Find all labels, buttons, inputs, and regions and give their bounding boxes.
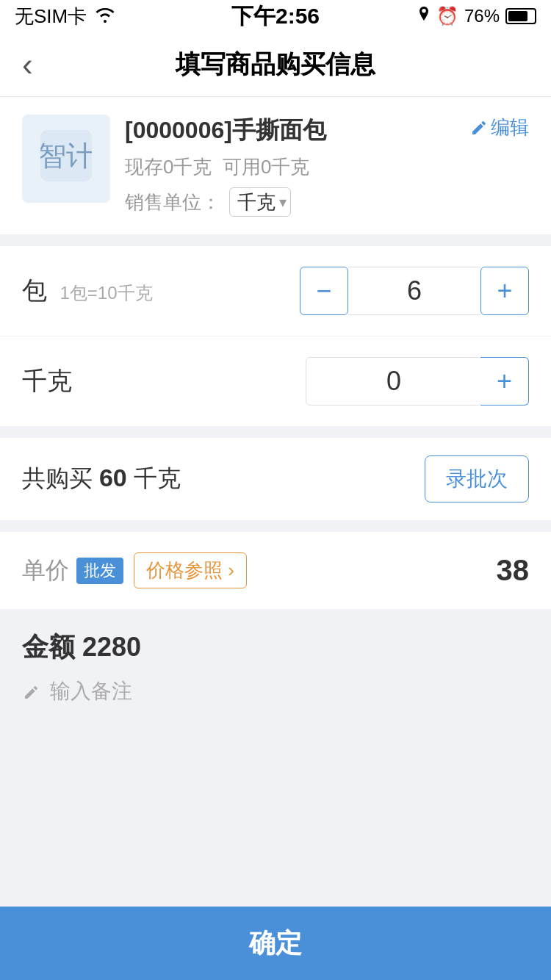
remark-row[interactable]: 输入备注	[22, 677, 529, 705]
battery-percent: 76%	[464, 6, 500, 26]
kg-qty-control[interactable]: +	[306, 357, 529, 406]
location-icon	[417, 6, 431, 26]
edit-button[interactable]: 编辑	[470, 115, 529, 140]
svg-text:智计: 智计	[40, 140, 92, 171]
product-thumbnail: 智计	[22, 115, 110, 203]
pencil-icon	[22, 681, 43, 702]
kg-qty-row: 千克 +	[0, 336, 551, 426]
back-button[interactable]: ‹	[22, 48, 33, 81]
wifi-icon	[94, 5, 116, 28]
status-bar: 无SIM卡 下午2:56 ⏰ 76%	[0, 0, 551, 32]
product-edit-area: 编辑	[470, 115, 529, 140]
price-tag: 批发	[76, 558, 123, 584]
bag-qty-input[interactable]	[348, 267, 480, 315]
remark-placeholder: 输入备注	[50, 677, 132, 705]
total-section: 共购买 60 千克 录批次	[0, 438, 551, 520]
product-logo: 智计	[40, 130, 92, 187]
product-card: 智计 [0000006]手撕面包 现存0千克 可用0千克 销售单位： 千克 编辑	[0, 97, 551, 234]
kg-qty-input[interactable]	[306, 357, 482, 406]
bag-qty-row: 包 1包=10千克 − +	[0, 246, 551, 336]
battery-icon	[505, 8, 536, 24]
kg-increment-button[interactable]: +	[480, 357, 529, 406]
kg-label: 千克	[22, 364, 306, 398]
product-unit-row: 销售单位： 千克	[125, 187, 455, 217]
confirm-button[interactable]: 确定	[0, 907, 551, 980]
amount-section: 金额 2280 输入备注	[0, 609, 551, 907]
divider-2	[0, 426, 551, 438]
total-row: 共购买 60 千克 录批次	[0, 438, 551, 520]
unit-select-wrapper[interactable]: 千克	[229, 187, 291, 217]
price-value: 38	[497, 554, 530, 587]
time-display: 下午2:56	[231, 1, 320, 32]
product-name: [0000006]手撕面包	[125, 115, 455, 147]
price-label: 单价	[22, 555, 69, 587]
unit-select[interactable]: 千克	[229, 187, 291, 217]
divider-3	[0, 520, 551, 532]
status-right: ⏰ 76%	[417, 6, 536, 26]
page-title: 填写商品购买信息	[176, 48, 375, 82]
bag-label: 包 1包=10千克	[22, 274, 300, 308]
product-info: [0000006]手撕面包 现存0千克 可用0千克 销售单位： 千克	[125, 115, 455, 217]
bag-conversion: 1包=10千克	[60, 283, 152, 303]
total-label: 共购买 60 千克	[22, 463, 425, 495]
alarm-icon: ⏰	[436, 6, 458, 26]
amount-label: 金额 2280	[22, 630, 529, 666]
bag-qty-control[interactable]: − +	[300, 267, 529, 315]
product-stock: 现存0千克 可用0千克	[125, 154, 455, 180]
divider-1	[0, 234, 551, 246]
unit-label: 销售单位：	[125, 190, 220, 215]
batch-button[interactable]: 录批次	[425, 455, 529, 502]
nav-bar: ‹ 填写商品购买信息	[0, 32, 551, 97]
status-left: 无SIM卡	[15, 4, 116, 29]
carrier-text: 无SIM卡	[15, 4, 87, 29]
price-section: 单价 批发 价格参照 › 38	[0, 532, 551, 609]
quantity-section: 包 1包=10千克 − + 千克 +	[0, 246, 551, 426]
price-reference-button[interactable]: 价格参照 ›	[134, 552, 247, 588]
bag-increment-button[interactable]: +	[480, 267, 529, 315]
bag-decrement-button[interactable]: −	[300, 267, 348, 315]
edit-label: 编辑	[491, 115, 529, 140]
